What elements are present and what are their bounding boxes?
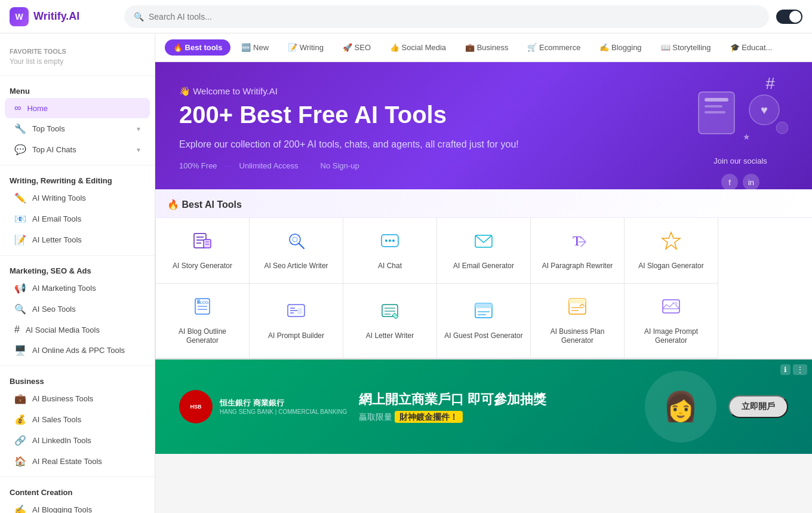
tool-card-ai-prompt-builder[interactable]: AI Prompt Builder xyxy=(250,284,343,358)
tools-grid-row2: BLOG AI Blog Outline Generator AI Prompt… xyxy=(155,284,812,358)
letter-icon: 📝 xyxy=(14,234,26,245)
tool-card-ai-paragraph-rewriter[interactable]: T AI Paragraph Rewriter xyxy=(531,218,625,284)
tab-blogging-label: ✍️ Blogging xyxy=(599,43,641,52)
tab-new[interactable]: 🆕 New xyxy=(233,39,277,56)
ads-icon: 🖥️ xyxy=(14,345,26,356)
tool-label-ai-business-plan-generator: AI Business Plan Generator xyxy=(537,327,618,346)
tools-grid-row1: AI Story Generator AI Seo Article Writer… xyxy=(155,218,812,284)
sidebar-item-ai-sales-tools[interactable]: 💰 AI Sales Tools xyxy=(5,409,150,430)
sidebar-item-top-ai-chats[interactable]: 💬 Top AI Chats ▾ xyxy=(5,139,150,160)
theme-toggle-wrap xyxy=(776,10,802,24)
tool-label-ai-prompt-builder: AI Prompt Builder xyxy=(268,331,324,341)
tab-writing[interactable]: 📝 Writing xyxy=(279,39,332,56)
sidebar-divider-3 xyxy=(0,255,155,256)
svg-text:★: ★ xyxy=(743,132,751,142)
sidebar-item-top-tools[interactable]: 🔧 Top Tools ▾ xyxy=(5,118,150,139)
home-icon: ∞ xyxy=(14,103,21,113)
tab-blogging[interactable]: ✍️ Blogging xyxy=(591,39,650,56)
tab-education[interactable]: 🎓 Educat... xyxy=(722,39,781,56)
top-tools-icon: 🔧 xyxy=(14,123,26,134)
hero-social-icons: f in xyxy=(721,174,759,189)
sidebar-item-ai-business-tools[interactable]: 💼 AI Business Tools xyxy=(5,388,150,409)
sidebar-divider-5 xyxy=(0,477,155,477)
tool-label-ai-image-prompt-generator: AI Image Prompt Generator xyxy=(630,327,712,346)
tool-label-ai-guest-post-generator: AI Guest Post Generator xyxy=(444,331,522,341)
tool-card-ai-blog-outline-generator[interactable]: BLOG AI Blog Outline Generator xyxy=(156,284,250,358)
facebook-icon[interactable]: f xyxy=(721,174,738,189)
tab-seo[interactable]: 🚀 SEO xyxy=(334,39,379,56)
sidebar-item-ai-social-media-tools[interactable]: # AI Social Media Tools xyxy=(5,320,150,340)
ai-marketing-tools-label: AI Marketing Tools xyxy=(32,284,140,293)
sidebar-item-ai-writing-tools[interactable]: ✏️ AI Writing Tools xyxy=(5,188,150,208)
hero-banner: 👋 Welcome to Writify.AI 200+ Best Free A… xyxy=(155,62,812,189)
svg-rect-47 xyxy=(569,299,586,303)
chat-icon xyxy=(379,230,401,256)
writing-icon: ✏️ xyxy=(14,192,26,204)
logo[interactable]: W Writify.AI xyxy=(10,7,117,26)
sidebar-item-ai-marketing-tools[interactable]: 📢 AI Marketing Tools xyxy=(5,278,150,299)
svg-text:BLOG: BLOG xyxy=(197,300,208,305)
search-input[interactable] xyxy=(149,12,759,21)
sidebar-item-ai-seo-tools[interactable]: 🔍 AI Seo Tools xyxy=(5,299,150,320)
tool-card-ai-business-plan-generator[interactable]: AI Business Plan Generator xyxy=(531,284,625,358)
theme-toggle[interactable] xyxy=(776,10,802,24)
sidebar-item-ai-blogging-tools[interactable]: ✍️ AI Blogging Tools xyxy=(5,499,150,513)
svg-rect-36 xyxy=(297,308,302,314)
search-bar: 🔍 xyxy=(124,5,769,28)
tool-card-ai-slogan-generator[interactable]: AI Slogan Generator xyxy=(625,218,718,284)
tool-label-ai-email-generator: AI Email Generator xyxy=(453,262,514,271)
tool-card-ai-chat[interactable]: AI Chat xyxy=(343,218,437,284)
svg-text:#: # xyxy=(765,74,775,93)
paragraph-rewriter-icon: T xyxy=(567,230,588,256)
tool-card-ai-guest-post-generator[interactable]: AI Guest Post Generator xyxy=(437,284,531,358)
logo-text: Writify.AI xyxy=(33,10,79,23)
chevron-down-icon: ▾ xyxy=(137,125,140,133)
linkedin-icon[interactable]: in xyxy=(743,174,759,189)
tab-social-media-label: 👍 Social Media xyxy=(390,43,446,52)
main-content: 🔥 Best tools 🆕 New 📝 Writing 🚀 SEO 👍 Soc… xyxy=(155,33,812,513)
business-plan-icon xyxy=(567,296,588,321)
tool-card-ai-seo-article-writer[interactable]: AI Seo Article Writer xyxy=(250,218,343,284)
ad-options-button[interactable]: ⋮ xyxy=(793,364,807,375)
sidebar-item-ai-email-tools[interactable]: 📧 AI Email Tools xyxy=(5,208,150,229)
tools-section: 🔥 Best AI Tools AI Story Generator AI Se… xyxy=(155,189,812,358)
sidebar-divider-1 xyxy=(0,75,155,76)
tab-ecommerce[interactable]: 🛒 Ecommerce xyxy=(519,39,589,56)
ai-seo-tools-label: AI Seo Tools xyxy=(32,305,140,314)
ad-bank-name: 恒生銀行 商業銀行 HANG SENG BANK | COMMERCIAL BA… xyxy=(220,398,347,415)
ad-info-button[interactable]: ℹ xyxy=(780,364,791,375)
tab-social-media[interactable]: 👍 Social Media xyxy=(382,39,454,56)
linkedin-icon: 🔗 xyxy=(14,435,26,446)
tab-business[interactable]: 💼 Business xyxy=(457,39,516,56)
sidebar-item-ai-linkedin-tools[interactable]: 🔗 AI LinkedIn Tools xyxy=(5,430,150,451)
sidebar-item-ai-real-estate-tools[interactable]: 🏠 AI Real Estate Tools xyxy=(5,451,150,472)
ad-highlight: 財神鍍金擺件！ xyxy=(395,411,463,423)
sidebar-item-home[interactable]: ∞ Home xyxy=(5,98,150,118)
tab-storytelling[interactable]: 📖 Storytelling xyxy=(653,39,719,56)
svg-text:♥: ♥ xyxy=(761,103,768,116)
blog-outline-icon: BLOG xyxy=(192,296,213,321)
tool-card-ai-image-prompt-generator[interactable]: AI Image Prompt Generator xyxy=(625,284,718,358)
tool-card-ai-story-generator[interactable]: AI Story Generator xyxy=(156,218,250,284)
ad-corner-controls: ℹ ⋮ xyxy=(780,364,807,375)
tool-card-ai-letter-writer[interactable]: AI Letter Writer xyxy=(343,284,437,358)
ai-linkedin-tools-label: AI LinkedIn Tools xyxy=(32,436,140,445)
sidebar-divider-4 xyxy=(0,365,155,366)
svg-rect-13 xyxy=(204,239,211,248)
svg-point-8 xyxy=(776,122,788,134)
ad-cta-button[interactable]: 立即開戶 xyxy=(728,395,788,418)
tool-card-ai-email-generator[interactable]: AI Email Generator xyxy=(437,218,531,284)
blogging-icon: ✍️ xyxy=(14,504,26,513)
sidebar-item-ai-online-ads-tools[interactable]: 🖥️ AI Online Ads & PPC Tools xyxy=(5,340,150,361)
sidebar-item-ai-letter-tools[interactable]: 📝 AI Letter Tools xyxy=(5,229,150,250)
ai-blogging-tools-label: AI Blogging Tools xyxy=(32,505,140,513)
tab-best-tools[interactable]: 🔥 Best tools xyxy=(165,39,230,56)
sidebar: Favorite tools Your list is empty Menu ∞… xyxy=(0,33,155,513)
menu-label: Menu xyxy=(0,81,155,98)
svg-text:T: T xyxy=(573,233,582,248)
story-generator-icon xyxy=(192,230,213,256)
seo-icon: 🔍 xyxy=(14,303,26,315)
content-group-label: Content Creation xyxy=(0,482,155,499)
tab-best-tools-label: 🔥 Best tools xyxy=(173,43,222,52)
svg-line-17 xyxy=(299,244,304,248)
